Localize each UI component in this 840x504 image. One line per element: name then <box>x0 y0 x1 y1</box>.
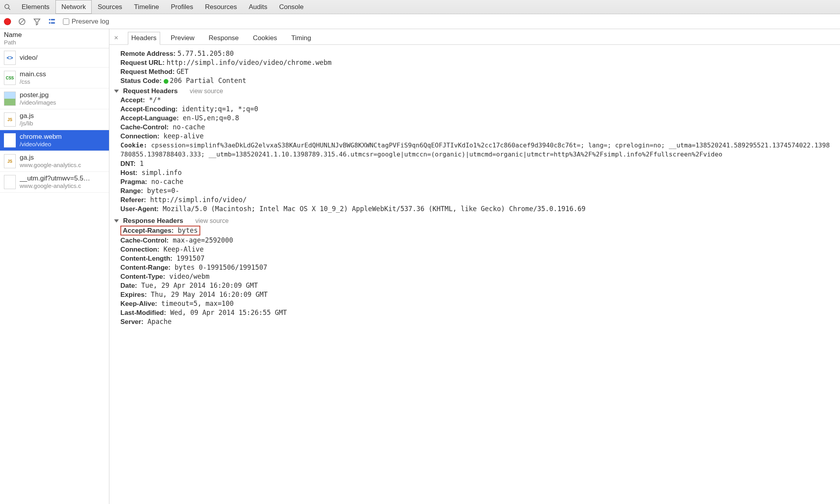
header-name: Date: <box>120 282 137 289</box>
detail-tabbar: × HeadersPreviewResponseCookiesTiming <box>109 29 840 45</box>
header-value: bytes 0-1991506/1991507 <box>170 263 267 271</box>
request-headers-section[interactable]: Request Headers view source <box>114 87 832 95</box>
header-name: Pragma: <box>120 178 147 186</box>
filter-icon[interactable] <box>33 18 41 26</box>
header-name: Expires: <box>120 291 147 298</box>
request-row[interactable]: ga.jswww.google-analytics.c <box>0 151 109 172</box>
file-type-icon <box>4 51 16 65</box>
header-row: Cache-Control: max-age=2592000 <box>120 236 832 245</box>
tab-profiles[interactable]: Profiles <box>165 0 199 14</box>
record-button[interactable] <box>4 18 11 25</box>
header-row: Accept: */* <box>120 96 832 104</box>
remote-address-value: 5.77.51.205:80 <box>177 50 234 57</box>
svg-rect-5 <box>49 19 50 20</box>
header-name: Cache-Control: <box>120 237 169 244</box>
header-value: no-cache <box>169 123 205 131</box>
view-list-icon[interactable] <box>48 18 56 26</box>
file-type-icon <box>4 112 16 127</box>
detail-tab-response[interactable]: Response <box>205 32 242 44</box>
header-value: Keep-Alive <box>159 245 204 253</box>
preserve-log-checkbox[interactable]: Preserve log <box>63 18 109 26</box>
header-row: Cookie: cpsession=simplinf%3aeDkLdG2elvx… <box>120 141 832 159</box>
header-value: max-age=2592000 <box>169 236 233 244</box>
file-type-icon <box>4 154 16 168</box>
request-row[interactable]: ga.js/js/lib <box>0 109 109 130</box>
tab-audits[interactable]: Audits <box>243 0 273 14</box>
request-path: /js/lib <box>20 120 34 127</box>
response-headers-section[interactable]: Response Headers view source <box>114 217 832 225</box>
detail-tab-timing[interactable]: Timing <box>288 32 314 44</box>
detail-tab-preview[interactable]: Preview <box>167 32 198 44</box>
header-row: Connection: keep-alive <box>120 132 832 140</box>
clear-icon[interactable] <box>18 18 26 26</box>
view-source-link[interactable]: view source <box>190 88 223 94</box>
request-row[interactable]: poster.jpg/video/images <box>0 88 109 109</box>
request-path: www.google-analytics.c <box>20 182 90 190</box>
header-name: Cache-Control: <box>120 123 169 131</box>
header-value: Tue, 29 Apr 2014 16:20:09 GMT <box>137 281 258 289</box>
request-path: /video/video <box>20 141 62 148</box>
header-name: Accept-Language: <box>120 114 179 122</box>
header-value: video/webm <box>165 272 210 280</box>
request-method-value: GET <box>177 68 189 75</box>
tab-elements[interactable]: Elements <box>16 0 55 14</box>
svg-rect-8 <box>51 22 55 23</box>
request-row[interactable]: video/ <box>0 48 109 68</box>
header-name: Keep-Alive: <box>120 300 157 307</box>
header-value: bytes=0- <box>143 187 179 195</box>
request-url-label: Request URL: <box>120 59 164 66</box>
request-name: poster.jpg <box>20 91 56 99</box>
header-value: keep-alive <box>159 132 204 140</box>
detail-tab-cookies[interactable]: Cookies <box>249 32 281 44</box>
header-value: en-US,en;q=0.8 <box>179 114 239 122</box>
header-value: 1 <box>136 160 144 167</box>
tab-timeline[interactable]: Timeline <box>128 0 165 14</box>
header-row: Accept-Encoding: identity;q=1, *;q=0 <box>120 105 832 113</box>
request-name: chrome.webm <box>20 132 62 141</box>
tab-network[interactable]: Network <box>55 0 92 14</box>
header-row: Host: simpl.info <box>120 169 832 177</box>
request-url-value: http://simpl.info/video/video/chrome.web… <box>166 59 332 66</box>
header-value: cpsession=simplinf%3aeDkLdG2elvxaS38KAur… <box>120 142 830 158</box>
svg-line-1 <box>8 8 10 10</box>
request-row[interactable]: main.css/css <box>0 68 109 88</box>
request-row[interactable]: chrome.webm/video/video <box>0 130 109 151</box>
header-value: http://simpl.info/video/ <box>146 196 247 204</box>
request-name: video/ <box>20 53 37 62</box>
request-method-label: Request Method: <box>120 68 175 75</box>
file-type-icon <box>4 71 16 85</box>
header-name: DNT: <box>120 160 136 167</box>
request-path: /css <box>20 78 46 86</box>
request-detail-panel: × HeadersPreviewResponseCookiesTiming Re… <box>109 29 840 504</box>
header-name: Content-Range: <box>120 264 170 271</box>
header-row: Accept-Language: en-US,en;q=0.8 <box>120 114 832 122</box>
network-toolbar: Preserve log <box>0 14 840 29</box>
header-name: Content-Type: <box>120 273 165 280</box>
tab-resources[interactable]: Resources <box>199 0 243 14</box>
header-row: Expires: Thu, 29 May 2014 16:20:09 GMT <box>120 291 832 299</box>
header-row: Content-Length: 1991507 <box>120 254 832 263</box>
header-row: Range: bytes=0- <box>120 187 832 195</box>
header-row: Date: Tue, 29 Apr 2014 16:20:09 GMT <box>120 281 832 290</box>
request-name: main.css <box>20 70 46 78</box>
svg-rect-7 <box>49 22 50 23</box>
tab-sources[interactable]: Sources <box>92 0 128 14</box>
tab-console[interactable]: Console <box>273 0 309 14</box>
preserve-log-label: Preserve log <box>72 18 109 26</box>
header-row: Content-Range: bytes 0-1991506/1991507 <box>120 263 832 272</box>
header-value: 1991507 <box>172 254 205 262</box>
header-name: Content-Length: <box>120 255 172 262</box>
close-icon[interactable]: × <box>112 33 121 43</box>
disclosure-triangle-icon <box>114 219 119 223</box>
svg-point-0 <box>5 4 9 9</box>
view-source-link[interactable]: view source <box>196 217 229 224</box>
header-value: identity;q=1, *;q=0 <box>177 105 258 113</box>
request-row[interactable]: __utm.gif?utmwv=5.5…www.google-analytics… <box>0 172 109 193</box>
header-value: simpl.info <box>137 169 182 177</box>
devtools-tabbar: ElementsNetworkSourcesTimelineProfilesRe… <box>0 0 840 14</box>
search-icon[interactable] <box>3 3 12 11</box>
detail-tab-headers[interactable]: Headers <box>128 32 160 45</box>
request-name: __utm.gif?utmwv=5.5… <box>20 174 90 182</box>
header-row: DNT: 1 <box>120 160 832 168</box>
header-name: Connection: <box>120 246 159 253</box>
